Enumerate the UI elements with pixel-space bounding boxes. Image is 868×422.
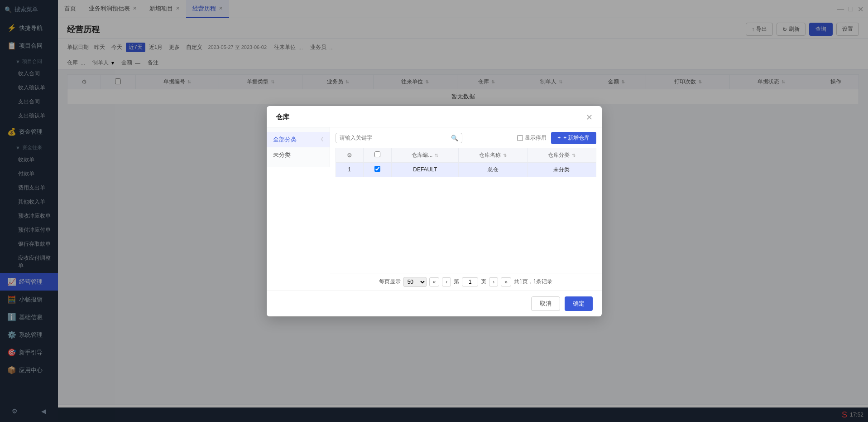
row-num: 1 <box>336 162 363 177</box>
modal-warehouse-table: ⚙ 仓库编... ⇅ 仓库名称 ⇅ 仓库分类 ⇅ 1 DEF <box>336 148 596 177</box>
cat-all-label: 全部分类 <box>273 136 297 144</box>
cancel-button[interactable]: 取消 <box>531 296 560 311</box>
confirm-button[interactable]: 确定 <box>565 296 593 311</box>
modal-left-wrap: 全部分类 《 未分类 <box>267 127 330 291</box>
modal-col-name: 仓库名称 ⇅ <box>459 148 528 162</box>
cat-uncategorized[interactable]: 未分类 <box>267 147 330 163</box>
modal-page-suffix: 页 <box>481 278 486 286</box>
modal-table-wrap: ⚙ 仓库编... ⇅ 仓库名称 ⇅ 仓库分类 ⇅ 1 DEF <box>330 148 602 177</box>
warehouse-modal: 仓库 ✕ 全部分类 《 未分类 🔍 <box>267 106 602 316</box>
modal-body: 全部分类 《 未分类 🔍 显示停用 <box>267 127 602 291</box>
row-code: DEFAULT <box>392 162 459 177</box>
modal-pagination: 每页显示 50 100 « ‹ 第 页 › » 共1页，1条记录 <box>330 273 602 291</box>
row-category: 未分类 <box>527 162 596 177</box>
table-row[interactable]: 1 DEFAULT 总仓 未分类 <box>336 162 596 177</box>
add-icon: + <box>557 135 561 141</box>
modal-select-all[interactable] <box>374 151 380 157</box>
modal-search-box[interactable]: 🔍 <box>336 133 462 143</box>
modal-col-code: 仓库编... ⇅ <box>392 148 459 162</box>
modal-last-page[interactable]: » <box>501 277 511 286</box>
cat-all-toggle: 《 <box>318 136 323 143</box>
add-warehouse-button[interactable]: + + 新增仓库 <box>551 132 596 144</box>
modal-col-config[interactable]: ⚙ <box>336 148 363 162</box>
modal-total-info: 共1页，1条记录 <box>514 278 552 286</box>
modal-header: 仓库 ✕ <box>267 106 602 127</box>
modal-scroll-area: ⚙ 仓库编... ⇅ 仓库名称 ⇅ 仓库分类 ⇅ 1 DEF <box>330 148 602 273</box>
modal-page-label: 第 <box>454 278 459 286</box>
modal-per-page-select[interactable]: 50 100 <box>403 277 427 287</box>
cat-uncategorized-label: 未分类 <box>273 151 291 159</box>
modal-next-page[interactable]: › <box>489 277 498 286</box>
show-disabled-checkbox[interactable] <box>517 135 523 141</box>
modal-col-checkbox[interactable] <box>363 148 392 162</box>
modal-title: 仓库 <box>276 113 289 121</box>
modal-page-input[interactable] <box>462 277 478 286</box>
modal-toolbar: 🔍 显示停用 + + 新增仓库 <box>330 132 602 148</box>
modal-search-input[interactable] <box>340 135 448 141</box>
modal-left-panel: 全部分类 《 未分类 <box>267 127 330 167</box>
cat-all[interactable]: 全部分类 《 <box>267 132 330 147</box>
row-checkbox-cell[interactable] <box>363 162 392 177</box>
modal-search-icon: 🔍 <box>451 135 458 141</box>
modal-close-button[interactable]: ✕ <box>586 112 593 122</box>
row-name: 总仓 <box>459 162 528 177</box>
row-checkbox[interactable] <box>374 166 380 172</box>
modal-per-page-label: 每页显示 <box>379 278 401 286</box>
modal-footer: 取消 确定 <box>267 291 602 316</box>
modal-prev-page[interactable]: ‹ <box>442 277 451 286</box>
show-disabled-label[interactable]: 显示停用 <box>517 134 547 142</box>
modal-right-panel: 🔍 显示停用 + + 新增仓库 <box>330 127 602 291</box>
modal-col-category: 仓库分类 ⇅ <box>527 148 596 162</box>
modal-first-page[interactable]: « <box>429 277 440 286</box>
